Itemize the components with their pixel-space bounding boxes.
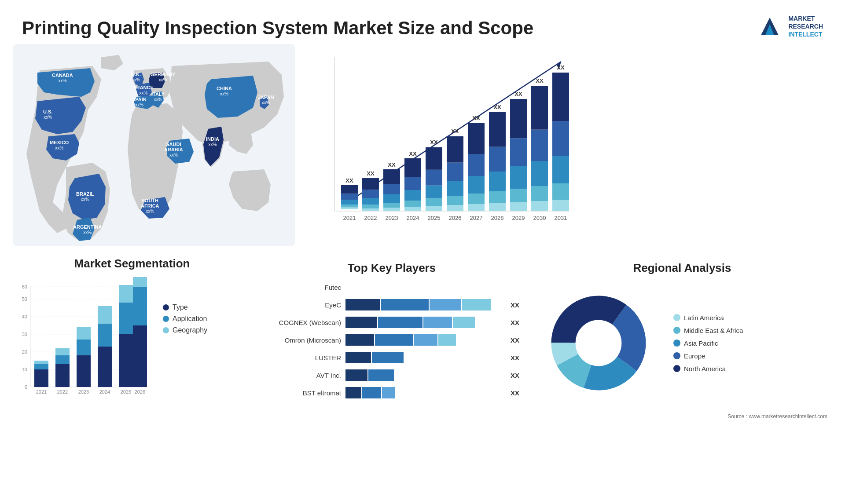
svg-rect-9 [341, 200, 358, 205]
bar-seg2 [368, 369, 394, 381]
svg-text:XX: XX [514, 91, 522, 97]
type-label: Type [173, 303, 188, 311]
svg-rect-31 [426, 206, 442, 211]
donut-wrapper: Latin America Middle East & Africa Asia … [537, 281, 827, 405]
bar-seg1 [345, 352, 371, 363]
player-xx-eyec: XX [511, 301, 519, 309]
svg-text:XX: XX [345, 177, 353, 184]
svg-rect-20 [383, 203, 400, 208]
player-bars-eyec [345, 299, 504, 310]
player-bars-futec [345, 281, 513, 293]
svg-text:2031: 2031 [555, 215, 567, 221]
svg-rect-14 [362, 205, 379, 208]
player-xx-luster: XX [511, 354, 519, 362]
svg-text:2023: 2023 [78, 389, 89, 394]
svg-rect-120 [133, 287, 147, 325]
svg-rect-7 [341, 208, 358, 209]
segmentation-legend: Type Application Geography [163, 303, 207, 334]
svg-rect-64 [531, 130, 548, 161]
svg-rect-38 [447, 196, 463, 205]
bar-seg1 [345, 317, 377, 328]
svg-rect-49 [489, 203, 506, 211]
player-name-avt: AVT Inc. [264, 372, 341, 379]
svg-rect-113 [98, 306, 112, 324]
logo-icon [757, 13, 783, 40]
svg-rect-33 [426, 186, 442, 198]
svg-text:XX: XX [430, 139, 438, 146]
application-dot [163, 316, 169, 322]
svg-rect-57 [510, 166, 527, 189]
svg-rect-115 [119, 334, 133, 387]
svg-text:40: 40 [22, 314, 27, 319]
svg-rect-44 [468, 194, 485, 204]
svg-rect-58 [510, 138, 527, 166]
legend-europe: Europe [673, 352, 743, 360]
svg-text:XX: XX [557, 64, 565, 71]
svg-rect-19 [383, 208, 400, 211]
europe-label: Europe [684, 352, 705, 360]
svg-text:30: 30 [22, 332, 27, 337]
svg-rect-29 [404, 158, 421, 177]
svg-rect-101 [34, 361, 48, 364]
header: Printing Quality Inspection System Marke… [0, 0, 845, 44]
player-luster: LUSTER XX [264, 352, 519, 363]
svg-point-129 [576, 320, 621, 366]
bottom-row: Market Segmentation 0 10 20 30 40 50 60 [0, 252, 845, 428]
svg-rect-41 [447, 136, 463, 163]
svg-rect-121 [133, 277, 147, 287]
north-america-label: North America [684, 365, 726, 373]
segmentation-title: Market Segmentation [13, 257, 251, 270]
svg-rect-67 [552, 200, 569, 211]
svg-rect-103 [55, 364, 70, 387]
svg-rect-105 [55, 348, 70, 355]
legend-type: Type [163, 303, 207, 311]
europe-dot [673, 352, 680, 359]
player-bst: BST eltromat XX [264, 387, 519, 398]
regional-legend: Latin America Middle East & Africa Asia … [673, 314, 743, 373]
player-bars-luster [345, 352, 504, 363]
player-name-luster: LUSTER [264, 354, 341, 362]
player-name-bst: BST eltromat [264, 389, 341, 397]
svg-rect-47 [468, 123, 485, 154]
map-section: CANADAxx% U.S.xx% MEXICOxx% BRAZILxx% AR… [13, 44, 304, 251]
bar-seg3 [414, 334, 437, 346]
legend-application: Application [163, 315, 207, 323]
growth-bar-chart: XX XX XX [321, 48, 577, 246]
svg-rect-28 [404, 177, 421, 190]
svg-rect-13 [362, 208, 379, 211]
svg-text:20: 20 [22, 349, 27, 354]
growth-chart-section: XX XX XX [312, 44, 832, 252]
svg-rect-16 [362, 190, 379, 198]
bar-seg2 [375, 334, 413, 346]
svg-rect-40 [447, 162, 463, 181]
bar-seg1 [345, 387, 361, 398]
svg-rect-22 [383, 184, 400, 194]
bar-seg1 [345, 299, 380, 310]
svg-rect-39 [447, 181, 463, 196]
page-title: Printing Quality Inspection System Marke… [22, 18, 533, 39]
legend-geography: Geography [163, 326, 207, 334]
svg-rect-25 [404, 207, 421, 211]
player-name-cognex: COGNEX (Webscan) [264, 319, 341, 326]
svg-text:2021: 2021 [343, 215, 356, 221]
bar-seg2 [378, 317, 422, 328]
svg-text:2024: 2024 [407, 215, 419, 221]
bar-seg1 [345, 334, 374, 346]
player-xx-avt: XX [511, 372, 519, 379]
player-bars-cognex [345, 317, 504, 328]
bar-seg4 [438, 334, 456, 346]
asia-pacific-dot [673, 340, 680, 347]
svg-rect-52 [489, 147, 506, 172]
svg-rect-68 [552, 183, 569, 200]
player-cognex: COGNEX (Webscan) XX [264, 317, 519, 328]
svg-rect-59 [510, 99, 527, 138]
asia-pacific-label: Asia Pacific [684, 340, 718, 347]
svg-rect-21 [383, 194, 400, 203]
svg-text:2021: 2021 [36, 389, 47, 394]
segmentation-section: Market Segmentation 0 10 20 30 40 50 60 [13, 257, 251, 424]
svg-text:2026: 2026 [135, 389, 145, 394]
bar-seg3 [423, 317, 452, 328]
svg-rect-27 [404, 190, 421, 201]
svg-rect-43 [468, 204, 485, 211]
player-omron: Omron (Microscan) XX [264, 334, 519, 346]
